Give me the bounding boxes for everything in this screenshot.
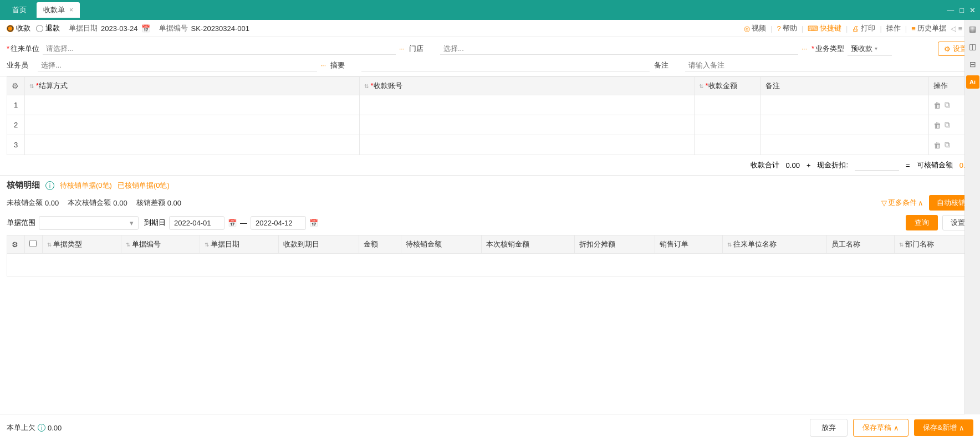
cell-remark-3[interactable] (760, 135, 928, 155)
bth-checkbox (25, 235, 43, 254)
row-delete-icon-1[interactable]: 🗑 (933, 101, 941, 110)
row-copy-icon-2[interactable]: ⧉ (945, 120, 950, 130)
row-delete-icon-3[interactable]: 🗑 (933, 141, 941, 150)
window-close-btn[interactable]: ✕ (969, 6, 976, 14)
radio-refund[interactable]: 退款 (36, 23, 60, 33)
radio-receive-input[interactable] (7, 25, 14, 32)
th-settlement: ⇅ 结算方式 (25, 77, 360, 95)
operate-btn[interactable]: 操作 (886, 23, 901, 33)
bth-sales-order: 销售订单 (655, 235, 722, 254)
bth-settings: ⚙ (7, 235, 25, 254)
window-max-btn[interactable]: □ (959, 6, 964, 14)
summary-input[interactable] (361, 59, 650, 71)
shop-input[interactable] (440, 43, 798, 55)
select-all-checkbox[interactable] (29, 240, 37, 247)
bth-due-date: 收款到期日 (279, 235, 359, 254)
nav-home[interactable]: 首页 (4, 0, 34, 20)
cell-remark-2[interactable] (760, 115, 928, 135)
staff-field: 业务员 ··· (7, 59, 326, 71)
cell-account-1[interactable] (359, 95, 694, 115)
cell-settlement-1[interactable] (25, 95, 360, 115)
row-delete-icon-2[interactable]: 🗑 (933, 121, 941, 130)
video-icon: ◎ (744, 24, 750, 33)
video-btn[interactable]: ◎ 视频 (744, 23, 766, 33)
row-copy-icon-3[interactable]: ⧉ (945, 140, 950, 150)
date-from-icon[interactable]: 📅 (228, 219, 237, 227)
counterparty-label: 往来单位 (7, 44, 39, 54)
row-num-1: 1 (7, 95, 25, 115)
biztype-field: 业务类型 预收款 ▾ (811, 42, 933, 56)
query-btn[interactable]: 查询 (906, 215, 938, 230)
hexiao-info-icon[interactable]: i (45, 181, 54, 190)
filter-range-field: 单据范围 ▾ (7, 216, 139, 230)
discount-input[interactable] (855, 160, 899, 171)
bottom-info-icon[interactable]: i (38, 424, 45, 432)
nav-tab-close[interactable]: × (69, 6, 73, 14)
filter-range-select[interactable]: ▾ (39, 216, 139, 230)
biztype-select[interactable]: 预收款 ▾ (848, 42, 892, 56)
unverified-stat: 未核销金额 0.00 (7, 198, 59, 208)
nav-prev-icon[interactable]: ◁ (951, 24, 956, 33)
cell-remark-1[interactable] (760, 95, 928, 115)
note-input[interactable] (685, 59, 973, 71)
sidebar-table-icon[interactable]: ▦ (966, 22, 979, 35)
filter-date-field: 到期日 📅 — 📅 (144, 216, 318, 230)
table-row: 2 🗑 ⧉ (7, 115, 973, 135)
staff-more-btn[interactable]: ··· (320, 61, 326, 69)
radio-refund-input[interactable] (36, 25, 43, 32)
summary-row: 收款合计 0.00 + 现金折扣: = 可核销金额 0.00 (0, 155, 980, 176)
hexiao-done-tab[interactable]: 已核销单据(0笔) (118, 181, 170, 191)
sidebar-link-icon[interactable]: ⊟ (966, 58, 979, 71)
save-new-btn[interactable]: 保存&新增 ∧ (914, 419, 973, 436)
counterparty-more-btn[interactable]: ··· (399, 45, 405, 53)
th-settings: ⚙ (7, 77, 25, 95)
bottom-info-value: 0.00 (48, 424, 62, 432)
th-account: ⇅ 收款账号 (359, 77, 694, 95)
shortcut-btn[interactable]: ⌨ 快捷键 (808, 23, 841, 33)
shop-field: 门店 ··· (409, 43, 807, 55)
cell-account-3[interactable] (359, 135, 694, 155)
filter-date-from-input[interactable] (169, 216, 224, 230)
biztype-chevron-icon: ▾ (875, 45, 877, 52)
row-num-3: 3 (7, 135, 25, 155)
history-btn[interactable]: ≡ 历史单据 (911, 23, 946, 33)
abandon-btn[interactable]: 放弃 (810, 419, 848, 437)
sidebar-ai-icon[interactable]: Ai (966, 75, 979, 89)
form-row-1: 往来单位 ··· 门店 ··· 业务类型 预收款 ▾ ⚙ (7, 42, 973, 56)
current-value: 0.00 (113, 199, 127, 207)
radio-receive[interactable]: 收款 (7, 23, 30, 33)
cell-account-2[interactable] (359, 115, 694, 135)
print-btn[interactable]: 🖨 打印 (852, 23, 875, 33)
window-min-btn[interactable]: — (947, 6, 954, 14)
right-sidebar: ▦ ◫ ⊟ Ai (964, 20, 980, 414)
calendar-icon[interactable]: 📅 (141, 24, 150, 33)
hexiao-pending-tab[interactable]: 待核销单据(0笔) (60, 181, 112, 191)
bth-staff: 员工名称 (826, 235, 894, 254)
date-to-icon[interactable]: 📅 (309, 219, 318, 227)
cell-amount-2[interactable] (694, 115, 760, 135)
counterparty-field: 往来单位 ··· (7, 43, 405, 55)
unverified-label: 未核销金额 (7, 198, 43, 208)
more-conditions-btn[interactable]: ▽ 更多条件 ∧ (881, 198, 923, 208)
btable-settings-icon[interactable]: ⚙ (12, 240, 18, 249)
sidebar-doc-icon[interactable]: ◫ (966, 40, 979, 53)
cell-amount-3[interactable] (694, 135, 760, 155)
nav-tab-label: 收款单 (43, 5, 65, 15)
summary-field: 摘要 (330, 59, 650, 71)
table-settings-icon[interactable]: ⚙ (12, 81, 19, 90)
biztype-label: 业务类型 (811, 44, 844, 54)
help-btn[interactable]: ? 帮助 (777, 23, 797, 33)
nav-tab-receipt[interactable]: 收款单 × (37, 2, 80, 18)
draft-btn[interactable]: 保存草稿 ∧ (853, 419, 908, 437)
filter-date-to-input[interactable] (251, 216, 306, 230)
counterparty-input[interactable] (43, 43, 396, 55)
view-list-icon[interactable]: ≡ (958, 24, 963, 33)
shop-more-btn[interactable]: ··· (802, 45, 807, 53)
staff-input[interactable] (38, 59, 317, 71)
bth-doc-date: ⇅ 单据日期 (200, 235, 279, 254)
cell-amount-1[interactable] (694, 95, 760, 115)
row-copy-icon-1[interactable]: ⧉ (945, 100, 950, 110)
cell-settlement-2[interactable] (25, 115, 360, 135)
print-icon: 🖨 (852, 24, 859, 33)
cell-settlement-3[interactable] (25, 135, 360, 155)
